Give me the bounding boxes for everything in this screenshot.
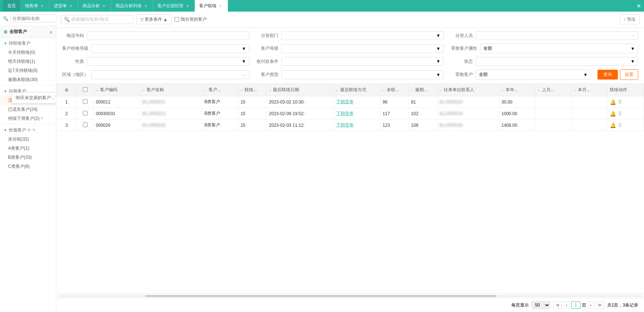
tab-customer-segment[interactable]: 客户分层经营 × bbox=[153, 0, 195, 12]
tab-customer-contact[interactable]: 客户联络 × bbox=[195, 0, 228, 12]
action-more-icon[interactable]: ⠿ bbox=[618, 111, 622, 117]
col-not-contacted[interactable]: ⬦ 未联... bbox=[380, 84, 408, 96]
prev-page-btn[interactable]: ‹ bbox=[563, 301, 570, 309]
scrollbar-thumb[interactable] bbox=[145, 295, 496, 297]
sidebar-item-7days-pending[interactable]: 近7天待联络(0) bbox=[0, 66, 56, 75]
col-name[interactable]: ⬦ 客户名称 bbox=[140, 84, 202, 96]
col-last-date[interactable]: ⬦ 最后联络日期 bbox=[267, 84, 334, 96]
filter-status-select[interactable]: ▼ bbox=[476, 57, 638, 66]
per-page-select[interactable]: 50 100 200 bbox=[532, 301, 550, 309]
filter-region-select[interactable]: ··· bbox=[91, 70, 249, 79]
select-all-checkbox[interactable] bbox=[83, 87, 88, 92]
filter-payment-select[interactable]: ▼ bbox=[281, 57, 444, 66]
tab-analysis-list-close[interactable]: × bbox=[143, 3, 148, 8]
col-overdue[interactable]: ⬦ 逾期... bbox=[409, 84, 437, 96]
filter-customer-level-select[interactable]: ▼ bbox=[281, 44, 444, 53]
filter-scatter-attr-select[interactable]: 全部 ▼ bbox=[480, 44, 638, 53]
col-person[interactable]: ⬦ 往来单位联系人 bbox=[437, 84, 499, 96]
tab-analysis[interactable]: 商品分析 × bbox=[78, 0, 111, 12]
filter-phone-input[interactable] bbox=[87, 31, 249, 40]
col-settings[interactable]: ⚙ bbox=[56, 84, 77, 96]
col-last-month[interactable]: ⬦ 上月... bbox=[535, 84, 572, 96]
more-conditions-btn[interactable]: ▽ 更多条件 ▲ bbox=[136, 15, 172, 24]
sidebar-section-pending[interactable]: ▼ 待联络客户 bbox=[0, 38, 56, 48]
cell-last-way[interactable]: 下销货单 bbox=[334, 108, 380, 119]
sidebar-search-input[interactable] bbox=[10, 15, 56, 23]
tab-customer-segment-close[interactable]: × bbox=[185, 3, 190, 8]
last-way-link[interactable]: 下销货单 bbox=[336, 111, 354, 116]
sidebar-collapse-btn[interactable]: « bbox=[49, 29, 52, 35]
sort-icon-person: ⬦ bbox=[439, 88, 442, 92]
tab-analysis-list[interactable]: 商品分析列表 × bbox=[111, 0, 153, 12]
sort-icon-this-year: ⬦ bbox=[502, 88, 504, 92]
sidebar-item-class-a[interactable]: A类客户(1) bbox=[0, 144, 56, 153]
cell-checkbox[interactable] bbox=[77, 108, 93, 119]
sidebar-item-churned[interactable]: 已流失客户(24) bbox=[0, 105, 56, 114]
sort-icon-this-month: ⬦ bbox=[574, 88, 576, 92]
col-this-year[interactable]: ⬦ 本年... bbox=[499, 84, 535, 96]
sidebar-item-overdue-pending[interactable]: 逾期未联络(30) bbox=[0, 75, 56, 84]
filter-scatter-customer-select[interactable]: 全部 ▼ bbox=[476, 70, 591, 80]
export-btn[interactable]: ↑ 导出 bbox=[620, 15, 640, 24]
scrollbar-track[interactable] bbox=[58, 295, 643, 297]
settings-btn[interactable]: 设置 bbox=[620, 69, 638, 80]
filter-price-level-select[interactable]: ▼ bbox=[91, 44, 249, 53]
last-page-btn[interactable]: ⊳ bbox=[596, 301, 604, 309]
action-chat-icon[interactable]: 🔔 bbox=[610, 99, 616, 105]
filter-dept-select[interactable]: ▼ bbox=[281, 31, 444, 40]
tab-sales[interactable]: 销售单 × bbox=[21, 0, 49, 12]
action-more-icon[interactable]: ⠿ bbox=[618, 122, 622, 128]
tab-purchase-label: 进货单 bbox=[54, 3, 67, 9]
first-page-btn[interactable]: ⊲ bbox=[553, 301, 562, 309]
cell-last-month bbox=[535, 108, 572, 119]
col-this-month[interactable]: ⬦ 本月... bbox=[571, 84, 608, 96]
row-checkbox-2[interactable] bbox=[83, 122, 88, 127]
my-customers-checkbox-label[interactable]: 我分管的客户 bbox=[174, 16, 207, 23]
tab-home[interactable]: 首页 bbox=[3, 0, 21, 12]
col-last-way[interactable]: ⬦ 最后联络方式 bbox=[334, 84, 380, 96]
my-customers-checkbox[interactable] bbox=[174, 17, 179, 22]
row-checkbox-1[interactable] bbox=[83, 111, 88, 116]
tab-purchase[interactable]: 进货单 × bbox=[49, 0, 78, 12]
cell-person: BLURRED2 bbox=[437, 96, 499, 108]
col-code[interactable]: ⬦ 客户编码 bbox=[93, 84, 140, 96]
action-chat-icon[interactable]: 🔔 bbox=[610, 122, 616, 128]
tab-customer-contact-close[interactable]: × bbox=[218, 3, 223, 8]
sidebar-item-class-c[interactable]: C类客户(6) bbox=[0, 162, 56, 171]
last-way-link[interactable]: 下销货单 bbox=[336, 99, 354, 104]
sort-icon-overdue: ⬦ bbox=[411, 88, 413, 92]
row-checkbox-0[interactable] bbox=[83, 99, 88, 104]
sidebar-item-ungrouped[interactable]: 未分组(32) bbox=[0, 135, 56, 144]
window-close-btn[interactable]: ✕ bbox=[636, 3, 641, 9]
filter-person-select[interactable]: ··· bbox=[476, 31, 638, 40]
search-box[interactable]: 🔍 搜索编码/名称/电话 bbox=[61, 15, 133, 24]
sidebar-item-today-pending[interactable]: 今天待联络(0) bbox=[0, 48, 56, 57]
horizontal-scrollbar[interactable] bbox=[56, 293, 644, 298]
action-more-icon[interactable]: ⠿ bbox=[618, 99, 622, 105]
action-chat-icon[interactable]: 🔔 bbox=[610, 111, 616, 117]
edit-icon[interactable]: ✎ bbox=[32, 128, 36, 133]
sidebar-item-tomorrow-pending[interactable]: 明天待联络(1) bbox=[0, 57, 56, 66]
tab-sales-close[interactable]: × bbox=[40, 3, 45, 8]
filter-customer-type-select[interactable]: ▼ bbox=[281, 70, 444, 79]
query-btn[interactable]: 查询 bbox=[597, 70, 618, 80]
col-contact[interactable]: ⬦ 联络... bbox=[238, 84, 266, 96]
last-way-link[interactable]: 下销货单 bbox=[336, 122, 354, 127]
next-page-btn[interactable]: › bbox=[588, 301, 594, 309]
sidebar-all-customers[interactable]: ⊞ 全部客户 « bbox=[0, 26, 56, 38]
tab-analysis-close[interactable]: × bbox=[101, 3, 106, 8]
cell-last-way[interactable]: 下销货单 bbox=[334, 96, 380, 108]
sidebar-item-declining[interactable]: 持续下滑客户(2) ? bbox=[0, 114, 56, 123]
col-type[interactable]: ⬦ 客户... bbox=[202, 84, 238, 96]
tab-purchase-close[interactable]: × bbox=[68, 3, 73, 8]
filter-scatter-customer-value: 全部 bbox=[479, 72, 488, 78]
filter-nature-select[interactable]: ▼ bbox=[87, 57, 249, 66]
col-last-date-label: 最后联络日期 bbox=[273, 87, 299, 92]
cell-checkbox[interactable] bbox=[77, 119, 93, 131]
cell-checkbox[interactable] bbox=[77, 96, 93, 108]
cell-last-way[interactable]: 下销货单 bbox=[334, 119, 380, 131]
refresh-icon[interactable]: ↻ bbox=[28, 128, 31, 133]
col-checkbox-header[interactable] bbox=[77, 84, 93, 96]
sidebar-section-value[interactable]: ▼ 价值客户 ↻ ✎ bbox=[0, 125, 56, 135]
sidebar-item-class-b[interactable]: B类客户(33) bbox=[0, 153, 56, 162]
